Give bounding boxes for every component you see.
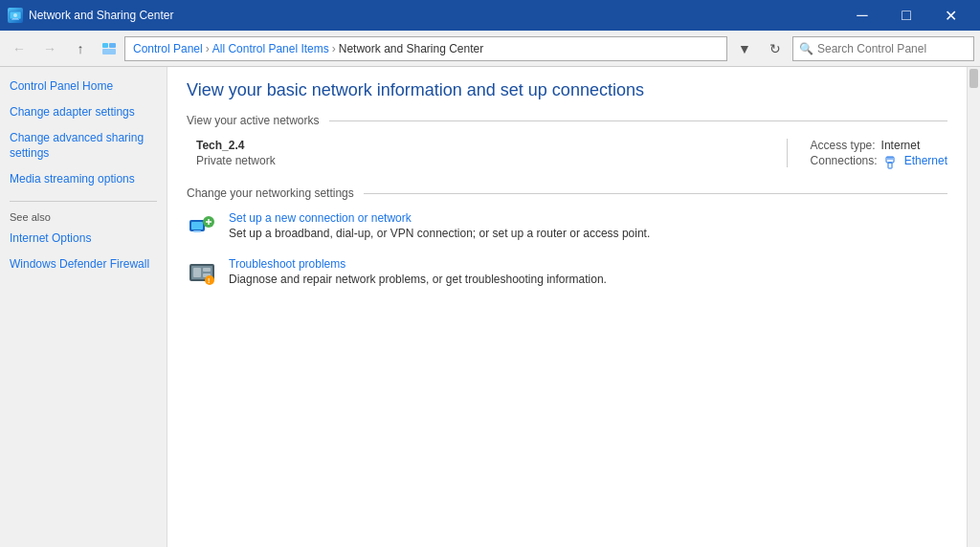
sidebar-control-panel-home[interactable]: Control Panel Home (10, 78, 157, 95)
network-type: Private network (196, 154, 764, 167)
networking-settings-label: Change your networking settings (187, 186, 354, 200)
svg-point-3 (13, 13, 17, 17)
sidebar-change-adapter[interactable]: Change adapter settings (10, 104, 157, 120)
content-area: View your basic network information and … (167, 67, 967, 547)
main-layout: Control Panel Home Change adapter settin… (0, 67, 980, 547)
sidebar: Control Panel Home Change adapter settin… (0, 67, 167, 547)
svg-rect-6 (109, 43, 116, 48)
scrollbar[interactable] (967, 67, 980, 547)
svg-rect-21 (203, 268, 211, 272)
new-connection-icon (187, 211, 217, 242)
section-divider-line (329, 120, 947, 121)
troubleshoot-icon: ! (187, 257, 217, 288)
breadcrumb-current: Network and Sharing Center (339, 42, 483, 55)
address-path[interactable]: Control Panel › All Control Panel Items … (124, 36, 727, 61)
new-connection-link[interactable]: Set up a new connection or network (229, 211, 650, 225)
search-box[interactable]: 🔍 (792, 36, 974, 61)
troubleshoot-content: Troubleshoot problems Diagnose and repai… (229, 257, 607, 286)
network-info: Tech_2.4 Private network (196, 139, 764, 167)
window-controls: ─ □ ✕ (840, 0, 972, 31)
sidebar-firewall[interactable]: Windows Defender Firewall (10, 256, 157, 273)
search-input[interactable] (817, 42, 968, 55)
window-title: Network and Sharing Center (29, 9, 840, 22)
ethernet-icon (883, 156, 897, 169)
svg-rect-11 (888, 163, 892, 168)
breadcrumb-all-items[interactable]: All Control Panel Items (212, 42, 329, 55)
network-card: Tech_2.4 Private network Access type: In… (187, 139, 947, 167)
dropdown-button[interactable]: ▼ (731, 35, 758, 62)
svg-rect-4 (102, 43, 108, 48)
troubleshoot-desc: Diagnose and repair network problems, or… (229, 273, 607, 286)
access-type-value: Internet (881, 139, 921, 152)
svg-rect-2 (11, 19, 19, 20)
title-bar: Network and Sharing Center ─ □ ✕ (0, 0, 980, 31)
up-button[interactable]: ↑ (67, 35, 94, 62)
network-details: Access type: Internet Connections: Eth (811, 139, 947, 167)
troubleshoot-item: ! Troubleshoot problems Diagnose and rep… (187, 257, 947, 288)
access-type-label: Access type: (811, 139, 876, 152)
networking-settings: Change your networking settings (187, 186, 947, 288)
new-connection-content: Set up a new connection or network Set u… (229, 211, 650, 240)
svg-rect-20 (193, 268, 201, 277)
connections-row: Connections: Ethernet (811, 154, 947, 167)
new-connection-item: Set up a new connection or network Set u… (187, 211, 947, 242)
network-card-divider (787, 139, 788, 167)
troubleshoot-link[interactable]: Troubleshoot problems (229, 257, 607, 271)
search-icon: 🔍 (799, 42, 813, 55)
app-icon (8, 8, 23, 23)
minimize-button[interactable]: ─ (840, 0, 884, 31)
svg-rect-14 (193, 230, 201, 232)
address-bar: ← → ↑ Control Panel › All Control Panel … (0, 31, 980, 67)
sidebar-change-advanced[interactable]: Change advanced sharing settings (10, 130, 157, 163)
refresh-button[interactable]: ↻ (762, 35, 789, 62)
ethernet-link[interactable]: Ethernet (883, 154, 947, 167)
ethernet-label: Ethernet (904, 154, 947, 167)
new-connection-desc: Set up a broadband, dial-up, or VPN conn… (229, 227, 650, 240)
back-button[interactable]: ← (6, 35, 33, 62)
close-button[interactable]: ✕ (928, 0, 972, 31)
sidebar-media-streaming[interactable]: Media streaming options (10, 171, 157, 187)
page-title: View your basic network information and … (187, 80, 947, 100)
active-networks-header: View your active networks (187, 114, 947, 127)
breadcrumb-control-panel[interactable]: Control Panel (133, 42, 203, 55)
forward-button[interactable]: → (36, 35, 63, 62)
access-type-row: Access type: Internet (811, 139, 947, 152)
network-name: Tech_2.4 (196, 139, 764, 152)
networking-settings-header: Change your networking settings (187, 186, 947, 200)
path-icon (101, 41, 117, 56)
sidebar-internet-options[interactable]: Internet Options (10, 230, 157, 247)
scrollbar-thumb[interactable] (969, 69, 978, 88)
connections-label: Connections: (811, 154, 878, 167)
active-networks-label: View your active networks (187, 114, 320, 127)
maximize-button[interactable]: □ (884, 0, 928, 31)
sidebar-divider (10, 201, 157, 202)
svg-rect-13 (191, 222, 203, 230)
svg-rect-5 (102, 49, 116, 55)
see-also-label: See also (10, 211, 157, 223)
settings-divider-line (364, 193, 947, 194)
svg-text:!: ! (208, 277, 210, 284)
